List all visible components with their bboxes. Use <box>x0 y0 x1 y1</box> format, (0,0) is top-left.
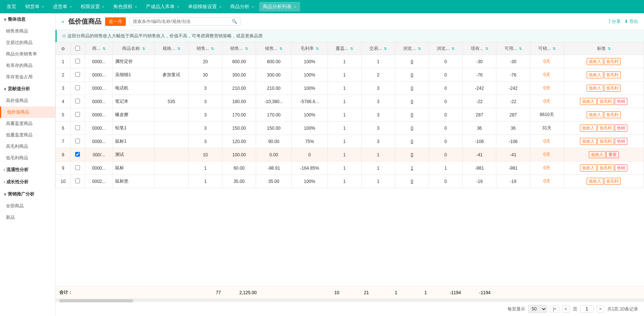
sidebar-item-low-value[interactable]: 低价值商品 <box>0 106 55 118</box>
nav-permissions[interactable]: 权限设置 × <box>77 2 108 11</box>
cell-checkbox[interactable] <box>70 135 85 148</box>
th-browse2[interactable]: 浏览... ⇅ <box>429 43 463 55</box>
cell-browse1[interactable]: 0 <box>395 135 429 148</box>
browse-link[interactable]: 0 <box>411 126 413 131</box>
cell-browse1[interactable]: 1 <box>395 162 429 175</box>
browse-link[interactable]: 0 <box>411 139 413 144</box>
cell-checkbox[interactable] <box>70 68 85 82</box>
th-stock1[interactable]: 现有... ⇅ <box>463 43 496 55</box>
th-stock3[interactable]: 可销... ⇅ <box>530 43 564 55</box>
cell-browse2: 0 <box>429 82 463 95</box>
cell-browse1[interactable]: 0 <box>395 122 429 135</box>
nav-sales[interactable]: 销货单 × <box>21 2 48 11</box>
next-page-button[interactable]: > <box>597 305 604 313</box>
th-tags[interactable]: 标签 ⇅ <box>564 43 644 55</box>
th-browse1[interactable]: 浏览... ⇅ <box>395 43 429 55</box>
cell-browse1[interactable]: 0 <box>395 82 429 95</box>
per-page-select[interactable]: 50 100 200 <box>528 305 547 313</box>
sidebar-group-marketing-title[interactable]: ∨ 营销推广分析 <box>0 188 55 200</box>
th-spec[interactable]: 规格... ⇅ <box>154 43 188 55</box>
cell-browse2: 0 <box>429 68 463 82</box>
th-code[interactable]: 商... ⇅ <box>85 43 113 55</box>
share-button[interactable]: ⤴ 分享 <box>608 18 621 25</box>
row-checkbox[interactable] <box>75 85 80 90</box>
nav-analysis[interactable]: 商品分析 × <box>227 2 258 11</box>
nav-templates[interactable]: 单据模板设置 × <box>184 2 225 11</box>
nav-purchase[interactable]: 进货单 × <box>49 2 76 11</box>
nav-roles[interactable]: 角色授权 × <box>110 2 141 11</box>
sidebar-item-new-products[interactable]: 新品 <box>0 212 55 223</box>
cell-code: 0000... <box>85 55 113 68</box>
th-trade[interactable]: 交易... ⇅ <box>361 43 395 55</box>
sidebar-item-stock-capital[interactable]: 库存资金占用 <box>0 71 55 83</box>
row-checkbox[interactable] <box>75 152 80 157</box>
row-checkbox[interactable] <box>75 139 80 143</box>
nav-products[interactable]: 产成品入库单 × <box>142 2 183 11</box>
cell-checkbox[interactable] <box>70 82 85 95</box>
browse-link[interactable]: 0 <box>411 59 413 64</box>
sidebar-group-overall-title[interactable]: ∨ 整体信息 <box>0 13 55 26</box>
th-settings[interactable]: ⚙ <box>56 43 71 55</box>
cell-checkbox[interactable] <box>70 55 85 68</box>
table-row: 10 0002... 鼠标垫 1 35.00 35.00 100% 1 1 0 … <box>56 175 644 188</box>
browse-link[interactable]: 0 <box>411 152 413 157</box>
th-s1[interactable]: 销售... ⇅ <box>188 43 222 55</box>
page-input[interactable] <box>580 305 594 313</box>
prev-page-button[interactable]: < <box>562 305 570 313</box>
sidebar-item-all-products[interactable]: 全部商品 <box>0 200 55 212</box>
sidebar-item-high-coverage[interactable]: 高覆盖度商品 <box>0 118 55 129</box>
th-name[interactable]: 商品名称 ⇅ <box>113 43 154 55</box>
first-page-button[interactable]: |< <box>550 305 559 313</box>
sidebar-group-contribution-title[interactable]: ∨ 贡献值分析 <box>0 83 55 95</box>
browse-link[interactable]: 1 <box>411 166 413 171</box>
search-input[interactable] <box>133 19 230 24</box>
th-s2[interactable]: 销售... ⇅ <box>222 43 256 55</box>
th-s3[interactable]: 销售... ⇅ <box>256 43 292 55</box>
nav-home[interactable]: 首页 <box>3 2 20 11</box>
sidebar-item-low-coverage[interactable]: 低覆盖度商品 <box>0 129 55 141</box>
sidebar-group-growth-title[interactable]: › 成长性分析 <box>0 176 55 188</box>
cell-checkbox[interactable] <box>70 95 85 108</box>
cell-browse1[interactable]: 0 <box>395 95 429 108</box>
cell-checkbox[interactable] <box>70 175 85 188</box>
sidebar-item-high-value[interactable]: 高价值商品 <box>0 95 55 106</box>
row-checkbox[interactable] <box>75 125 80 130</box>
cell-browse1[interactable]: 0 <box>395 175 429 188</box>
sidebar-group-circulation-title[interactable]: › 流通性分析 <box>0 164 55 176</box>
browse-link[interactable]: 0 <box>411 72 413 78</box>
row-checkbox[interactable] <box>75 112 80 117</box>
th-stock2[interactable]: 可用... ⇅ <box>496 43 530 55</box>
row-checkbox[interactable] <box>75 59 80 64</box>
browse-link[interactable]: 0 <box>411 99 413 104</box>
sidebar-item-low-margin[interactable]: 低毛利商品 <box>0 152 55 164</box>
cell-browse1[interactable]: 0 <box>395 68 429 82</box>
cell-checkbox[interactable] <box>70 148 85 162</box>
sidebar-item-sales-products[interactable]: 销售类商品 <box>0 26 55 37</box>
export-button[interactable]: ⬇ 导出 <box>624 18 638 25</box>
sidebar-item-traded[interactable]: 交易过的商品 <box>0 37 55 48</box>
cell-checkbox[interactable] <box>70 122 85 135</box>
th-checkbox[interactable] <box>70 43 85 55</box>
th-cover[interactable]: 覆盖... ⇅ <box>328 43 361 55</box>
row-checkbox[interactable] <box>75 165 80 170</box>
cell-browse1[interactable]: 0 <box>395 55 429 68</box>
browse-link[interactable]: 0 <box>411 86 413 91</box>
sidebar-item-stock-products[interactable]: 有库存的商品 <box>0 60 55 71</box>
browse-link[interactable]: 0 <box>411 179 413 184</box>
cell-browse1[interactable]: 0 <box>395 108 429 122</box>
nav-analysis-list[interactable]: 商品分析列表 × <box>259 2 300 11</box>
sidebar-item-high-margin[interactable]: 高毛利商品 <box>0 141 55 152</box>
cell-checkbox[interactable] <box>70 162 85 175</box>
collapse-sidebar-button[interactable]: « <box>61 18 64 24</box>
select-all-checkbox[interactable] <box>75 46 80 51</box>
sidebar-item-category-sales[interactable]: 商品分类销售率 <box>0 48 55 60</box>
row-checkbox[interactable] <box>75 179 80 183</box>
cell-browse1[interactable]: 0 <box>395 148 429 162</box>
browse-link[interactable]: 0 <box>411 112 413 118</box>
cell-checkbox[interactable] <box>70 108 85 122</box>
th-gross[interactable]: 毛利率 ⇅ <box>292 43 328 55</box>
search-icon[interactable]: 🔍 <box>232 19 237 24</box>
filter-period-button[interactable]: 近一月 <box>105 17 126 26</box>
row-checkbox[interactable] <box>75 72 80 77</box>
row-checkbox[interactable] <box>75 99 80 103</box>
